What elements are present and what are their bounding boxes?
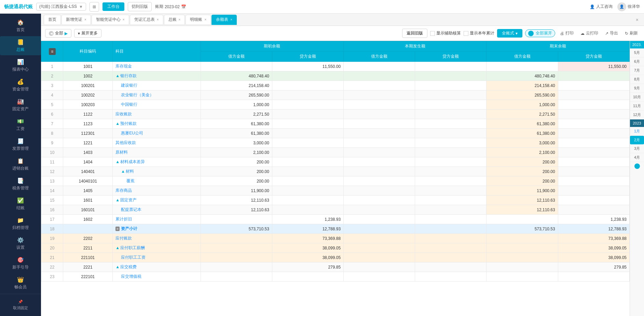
period-month-1[interactable]: 1月: [630, 127, 644, 136]
table-row[interactable]: 8 112301 惠屡EU公司 61,380.00 61,380.00: [41, 129, 630, 138]
cell-end-debit: 11,900.00: [487, 186, 558, 196]
table-row[interactable]: 20 2211 ▲应付职工薪酬 38,099.05 38,099.05: [41, 243, 630, 253]
tab-detail[interactable]: 明细账 ×: [186, 15, 211, 25]
period-month-3[interactable]: 3月: [630, 144, 644, 153]
sidebar-item-purchase[interactable]: 📋 进销台账: [0, 155, 41, 174]
table-row[interactable]: 6 1122 应收账款 2,271.50 2,271.50: [41, 110, 630, 119]
sidebar-item-invoice[interactable]: 🧾 发票管理: [0, 135, 41, 154]
table-row[interactable]: 5 100203 中国银行 1,000.00 1,000.00: [41, 100, 630, 110]
cloud-print-button[interactable]: ☁ 云打印: [578, 29, 600, 37]
expand-down-icon: ▾: [78, 31, 80, 36]
table-row[interactable]: 17 1602 累计折旧 1,238.93 1,238.93: [41, 215, 630, 224]
table-row[interactable]: 19 2202 应付账款 73,369.88 73,369.88: [41, 234, 630, 243]
table-row[interactable]: 21 221101 应付职工工资 38,099.05 38,099.05: [41, 253, 630, 262]
table-row[interactable]: 1 1001 库存现金 11,550.00 11,550.00: [41, 62, 630, 71]
tab-ledger-close[interactable]: ×: [179, 18, 181, 21]
cell-open-credit: [272, 100, 343, 110]
sidebar-item-capital[interactable]: 💰 资金管理: [0, 76, 41, 95]
cell-open-debit: 573,710.53: [201, 224, 272, 234]
show-auxiliary-checkbox[interactable]: 显示辅助核算: [430, 30, 461, 36]
period-month-2-active[interactable]: 2月: [630, 136, 644, 144]
tab-smart-voucher[interactable]: 智能凭证中心 ×: [92, 15, 129, 25]
tab-voucher-summary-close[interactable]: ×: [157, 18, 159, 21]
tab-balance-close[interactable]: ×: [230, 18, 232, 21]
refresh-button[interactable]: ↻ 刷新: [623, 29, 640, 37]
tab-new-voucher[interactable]: 新增凭证 ×: [61, 15, 91, 25]
period-month-6[interactable]: 6月: [630, 57, 644, 66]
balance-table-container[interactable]: ≡ 科目编码 科目 期初余额 本: [41, 41, 630, 316]
company-action-icon[interactable]: ⊞: [90, 2, 99, 12]
expand-all-toggle[interactable]: 全部展开: [525, 29, 555, 37]
table-row[interactable]: 11 1404 ▲材料成本差异 200.00 200.00: [41, 157, 630, 167]
period-month-4[interactable]: 4月: [630, 153, 644, 162]
table-row[interactable]: 9 1221 其他应收款 3,000.00 3,000.00: [41, 138, 630, 148]
column-settings-icon[interactable]: ≡: [49, 48, 56, 55]
period-month-7[interactable]: 7月: [630, 66, 644, 75]
cancel-fixed-button[interactable]: 📌 取消固定: [0, 297, 41, 313]
table-row[interactable]: 7 1123 ▲预付账款 61,380.00 61,380.00: [41, 119, 630, 129]
table-row[interactable]: 10 1403 原材料 2,100.00 2,100.00: [41, 148, 630, 157]
table-row[interactable]: 4 100202 农业银行（美金） 265,590.00 265,590.00: [41, 90, 630, 100]
calendar-icon[interactable]: 📅: [181, 4, 186, 9]
sidebar-item-ledger[interactable]: 📒 总账: [0, 36, 41, 55]
table-row[interactable]: 14 1405 库存商品 11,900.00 11,900.00: [41, 186, 630, 196]
cell-cur-credit: [415, 100, 487, 110]
print-button[interactable]: 🖨 打印: [558, 29, 576, 37]
period-month-9[interactable]: 9月: [630, 84, 644, 93]
cell-open-credit: 38,099.05: [272, 243, 343, 253]
table-row[interactable]: 12 140401 ▲材料 200.00 200.00: [41, 167, 630, 176]
user-profile[interactable]: 👤 徐泽华: [617, 2, 640, 11]
cell-open-credit: [272, 129, 343, 138]
expand-more-button[interactable]: ▾ 展开更多: [74, 29, 101, 38]
period-month-11[interactable]: 11月: [630, 102, 644, 111]
sidebar-item-reports[interactable]: 📊 报表中心: [0, 56, 41, 75]
tab-close-all[interactable]: ×: [633, 17, 641, 23]
company-selector[interactable]: (勾前) 江西股金-LSS ▼: [36, 3, 86, 11]
tab-balance[interactable]: 余额表 ×: [211, 15, 237, 25]
period-month-12[interactable]: 12月: [630, 111, 644, 119]
table-row[interactable]: 16 160101 配提票记本 12,110.63 12,110.63: [41, 205, 630, 215]
consultant-button[interactable]: 👤 人工咨询: [590, 4, 613, 10]
sidebar-item-home[interactable]: 🏠 首页: [0, 16, 41, 35]
table-row[interactable]: 3 100201 建设银行 214,158.40 214,158.40: [41, 81, 630, 90]
tab-ledger[interactable]: 总账 ×: [164, 15, 185, 25]
table-row[interactable]: 22 2221 ▲应交税费 279.85 279.85: [41, 262, 630, 272]
sidebar-item-guide[interactable]: 🎯 新手引导: [0, 254, 41, 273]
table-row[interactable]: 13 14040101 覆蕉 200.00 200.00: [41, 176, 630, 186]
tab-voucher-summary[interactable]: 凭证汇总表 ×: [130, 15, 163, 25]
table-row[interactable]: 15 1601 ▲固定资产 12,110.63 12,110.63: [41, 196, 630, 205]
sidebar-item-settle[interactable]: ✅ 结账: [0, 195, 41, 214]
cell-end-credit: [558, 100, 629, 110]
period-month-10[interactable]: 10月: [630, 93, 644, 102]
return-old-button[interactable]: 返回旧版: [402, 29, 427, 38]
table-row[interactable]: 18 ≡资产小计 573,710.53 12,788.93 573,710.53…: [41, 224, 630, 234]
show-ytd-checkbox[interactable]: 显示本年累计: [464, 30, 494, 36]
filter-all-button[interactable]: ◀ 全部 ▶: [45, 29, 71, 38]
sidebar-item-settings[interactable]: ⚙️ 设置: [0, 234, 41, 253]
period-month-5[interactable]: 5月: [630, 48, 644, 57]
table-row[interactable]: 2 1002 ▲银行存款 480,748.40 480,748.40: [41, 71, 630, 81]
cancel-fixed-label: 取消固定: [13, 305, 28, 311]
period-month-8[interactable]: 8月: [630, 75, 644, 84]
cell-end-credit: 1,238.93: [558, 215, 629, 224]
full-style-button[interactable]: 全账式 ▾: [497, 29, 522, 38]
sidebar-item-tax[interactable]: 📑 税务管理: [0, 175, 41, 194]
cell-cur-credit: [415, 253, 487, 262]
tab-home[interactable]: 首页: [44, 15, 61, 25]
cell-cur-debit: [344, 157, 415, 167]
workbench-button[interactable]: 工作台: [102, 2, 124, 11]
tab-detail-close[interactable]: ×: [204, 18, 206, 21]
sidebar-item-archive[interactable]: 📁 归档管理: [0, 214, 41, 233]
cell-cur-credit: [415, 148, 487, 157]
sidebar-item-payroll[interactable]: 💵 工资: [0, 115, 41, 134]
cell-cur-debit: [344, 196, 415, 205]
export-button[interactable]: ↗ 导出: [603, 29, 620, 37]
cell-code: 2211: [63, 243, 113, 253]
sidebar-item-assets[interactable]: 🏭 固定资产: [0, 96, 41, 115]
tab-smart-voucher-close[interactable]: ×: [123, 18, 125, 21]
capital-icon: 💰: [17, 78, 24, 85]
sidebar-item-vip[interactable]: 👑 畅会员: [0, 274, 41, 293]
switch-old-button[interactable]: 切到旧版: [128, 2, 152, 11]
table-row[interactable]: 23 222101 应交增值税: [41, 272, 630, 282]
tab-new-voucher-close[interactable]: ×: [84, 18, 86, 21]
